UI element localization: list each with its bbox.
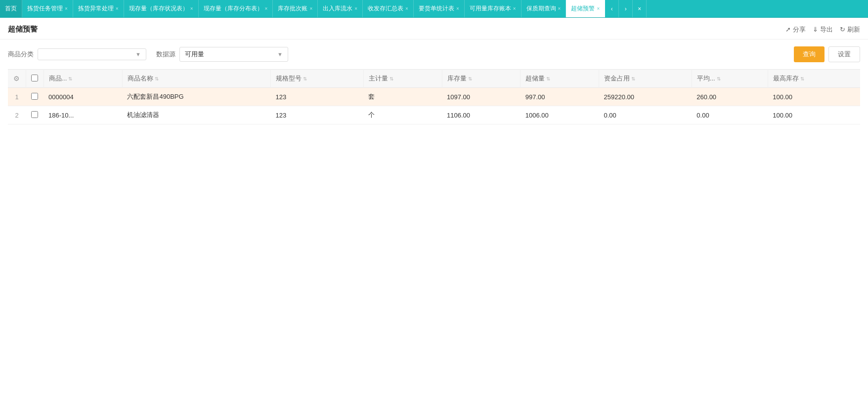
category-label: 商品分类 xyxy=(8,50,34,59)
th-overstock: 超储量 ⇅ xyxy=(521,70,599,88)
nav-tab-home[interactable]: 首页 xyxy=(0,0,22,17)
datasource-chevron-icon: ▼ xyxy=(277,51,283,57)
sort-icon-overstock: ⇅ xyxy=(546,76,550,81)
cell-code-0: 0000004 xyxy=(43,88,122,106)
cell-name-0: 六配套新昌490BPG xyxy=(122,88,270,106)
th-checkbox xyxy=(26,70,43,88)
nav-tab-expiry[interactable]: 保质期查询 × xyxy=(521,0,566,17)
sort-avg[interactable]: 平均... ⇅ xyxy=(697,74,763,83)
sort-code[interactable]: 商品... ⇅ xyxy=(49,74,117,83)
close-tab-order-stat[interactable]: × xyxy=(456,6,459,11)
page-header: 超储预警 ➚ 分享 ⇓ 导出 ↻ 刷新 xyxy=(0,18,868,40)
close-tab-collect[interactable]: × xyxy=(405,6,408,11)
nav-tab-inventory-dist[interactable]: 现存量（库存分布表） × xyxy=(199,0,273,17)
query-button[interactable]: 查询 xyxy=(794,46,825,62)
top-nav: 首页 拣货任务管理 × 拣货异常处理 × 现存量（库存状况表） × 现存量（库存… xyxy=(0,0,868,18)
table-container: ⚙ 商品... ⇅ 商品名称 ⇅ xyxy=(0,69,868,124)
table-row[interactable]: 2 186-10... 机油滤清器 123 个 1106.00 1006.00 … xyxy=(8,106,860,124)
refresh-button[interactable]: ↻ 刷新 xyxy=(840,25,860,34)
nav-tab-batch[interactable]: 库存批次账 × xyxy=(273,0,318,17)
cell-avg-1: 0.00 xyxy=(692,106,768,124)
nav-arrow-left[interactable]: ‹ xyxy=(605,0,619,17)
th-name: 商品名称 ⇅ xyxy=(122,70,270,88)
table-header-row: ⚙ 商品... ⇅ 商品名称 ⇅ xyxy=(8,70,860,88)
nav-tab-collect[interactable]: 收发存汇总表 × xyxy=(363,0,414,17)
cell-stock-1: 1106.00 xyxy=(442,106,521,124)
nav-tab-available-ledger[interactable]: 可用量库存账本 × xyxy=(465,0,521,17)
share-icon: ➚ xyxy=(785,26,791,33)
cell-unit-0: 套 xyxy=(363,88,442,106)
sort-maxstock[interactable]: 最高库存 ⇅ xyxy=(773,74,855,83)
sort-icon-stock: ⇅ xyxy=(468,76,472,81)
th-gear: ⚙ xyxy=(8,70,26,88)
th-stock: 库存量 ⇅ xyxy=(442,70,521,88)
table-body: 1 0000004 六配套新昌490BPG 123 套 1097.00 997.… xyxy=(8,88,860,124)
gear-settings-icon[interactable]: ⚙ xyxy=(13,75,20,82)
table-row[interactable]: 1 0000004 六配套新昌490BPG 123 套 1097.00 997.… xyxy=(8,88,860,106)
settings-button[interactable]: 设置 xyxy=(828,46,860,62)
sort-stock[interactable]: 库存量 ⇅ xyxy=(447,74,516,83)
close-tab-inventory-status[interactable]: × xyxy=(190,6,193,11)
row-checkbox-0 xyxy=(26,88,43,106)
datasource-select-value: 可用量 xyxy=(185,50,204,59)
sort-name[interactable]: 商品名称 ⇅ xyxy=(128,74,265,83)
sort-icon-name: ⇅ xyxy=(155,76,159,81)
sort-icon-unit: ⇅ xyxy=(390,76,393,81)
nav-tab-overstock[interactable]: 超储预警 × xyxy=(566,0,605,17)
cell-unit-1: 个 xyxy=(363,106,442,124)
cell-overstock-0: 997.00 xyxy=(521,88,599,106)
cell-avg-0: 260.00 xyxy=(692,88,768,106)
th-maxstock: 最高库存 ⇅ xyxy=(768,70,860,88)
nav-close-all[interactable]: × xyxy=(633,0,647,17)
nav-tab-inventory-status[interactable]: 现存量（库存状况表） × xyxy=(124,0,199,17)
cell-capital-0: 259220.00 xyxy=(599,88,692,106)
close-tab-available-ledger[interactable]: × xyxy=(513,6,516,11)
th-code: 商品... ⇅ xyxy=(43,70,122,88)
nav-tab-order-stat[interactable]: 要货单统计表 × xyxy=(414,0,465,17)
th-avg: 平均... ⇅ xyxy=(692,70,768,88)
filter-bar: 商品分类 ▼ 数据源 可用量 ▼ 查询 设置 xyxy=(0,40,868,69)
share-button[interactable]: ➚ 分享 xyxy=(785,25,806,34)
category-select[interactable]: ▼ xyxy=(38,48,146,60)
cell-spec-1: 123 xyxy=(270,106,363,124)
header-actions: ➚ 分享 ⇓ 导出 ↻ 刷新 xyxy=(785,25,860,34)
nav-tab-abnormal[interactable]: 拣货异常处理 × xyxy=(73,0,124,17)
cell-name-1: 机油滤清器 xyxy=(122,106,270,124)
sort-capital[interactable]: 资金占用 ⇅ xyxy=(604,74,687,83)
close-tab-batch[interactable]: × xyxy=(309,6,312,11)
datasource-select[interactable]: 可用量 ▼ xyxy=(179,47,288,62)
close-tab-task-mgmt[interactable]: × xyxy=(65,6,68,11)
sort-overstock[interactable]: 超储量 ⇅ xyxy=(525,74,594,83)
row-num-0: 1 xyxy=(8,88,26,106)
export-icon: ⇓ xyxy=(813,26,818,33)
nav-tab-inout-flow[interactable]: 出入库流水 × xyxy=(318,0,363,17)
filter-datasource: 数据源 可用量 ▼ xyxy=(156,47,288,62)
sort-icon-capital: ⇅ xyxy=(631,76,635,81)
nav-tab-task-mgmt[interactable]: 拣货任务管理 × xyxy=(22,0,73,17)
close-tab-overstock[interactable]: × xyxy=(597,6,600,11)
sort-spec[interactable]: 规格型号 ⇅ xyxy=(276,74,358,83)
data-table: ⚙ 商品... ⇅ 商品名称 ⇅ xyxy=(8,69,860,124)
cell-spec-0: 123 xyxy=(270,88,363,106)
category-chevron-icon: ▼ xyxy=(135,51,141,57)
nav-arrow-right[interactable]: › xyxy=(619,0,633,17)
datasource-label: 数据源 xyxy=(156,50,175,59)
filter-category: 商品分类 ▼ xyxy=(8,48,146,60)
cell-overstock-1: 1006.00 xyxy=(521,106,599,124)
cell-stock-0: 1097.00 xyxy=(442,88,521,106)
export-button[interactable]: ⇓ 导出 xyxy=(813,25,833,34)
row-num-1: 2 xyxy=(8,106,26,124)
close-tab-expiry[interactable]: × xyxy=(558,6,561,11)
sort-icon-spec: ⇅ xyxy=(303,76,307,81)
sort-unit[interactable]: 主计量 ⇅ xyxy=(369,74,437,83)
row-checkbox-1 xyxy=(26,106,43,124)
filter-actions: 查询 设置 xyxy=(794,46,860,62)
close-tab-inout-flow[interactable]: × xyxy=(354,6,357,11)
sort-icon-maxstock: ⇅ xyxy=(800,76,804,81)
select-all-checkbox[interactable] xyxy=(31,75,38,81)
checkbox-row-0[interactable] xyxy=(31,93,38,100)
th-spec: 规格型号 ⇅ xyxy=(270,70,363,88)
close-tab-abnormal[interactable]: × xyxy=(116,6,119,11)
checkbox-row-1[interactable] xyxy=(31,111,38,118)
close-tab-inventory-dist[interactable]: × xyxy=(265,6,268,11)
